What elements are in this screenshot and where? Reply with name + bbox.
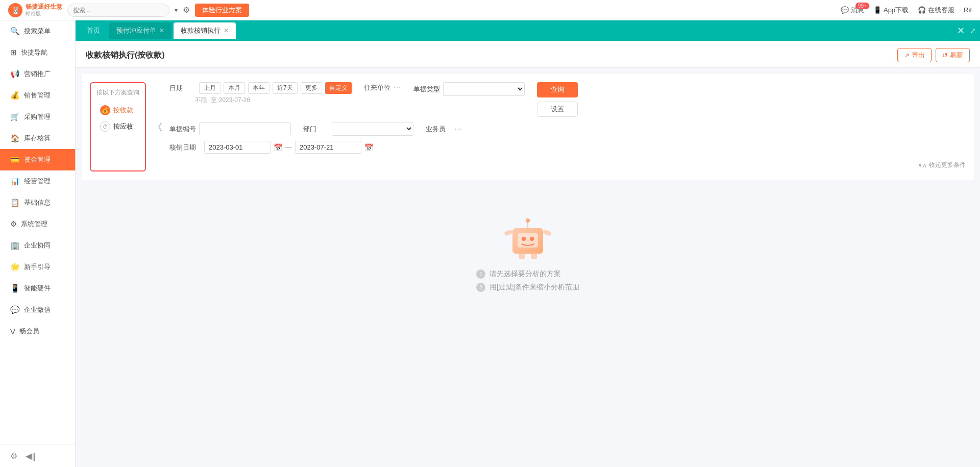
sidebar-label: 搜索菜单 [24,27,51,36]
tab-bar: 首页 预付冲应付单 ✕ 收款核销执行 ✕ ✕ ⤢ [76,20,980,41]
sidebar-item-hardware[interactable]: 📱 智能硬件 [0,278,75,299]
sidebar-settings-icon[interactable]: ⚙ [10,451,17,461]
filter-row-1: 日期 上月 本月 本年 近7天 更多 自定义 [169,82,966,117]
query-button[interactable]: 查询 [537,82,578,97]
refresh-button[interactable]: ↺ 刷新 [936,48,970,62]
sidebar-item-member[interactable]: V 畅会员 [0,321,75,342]
solution-button[interactable]: 体验行业方案 [195,4,249,17]
member-icon: V [10,327,15,336]
sidebar-item-sales[interactable]: 💰 销售管理 [0,85,75,106]
doctype-select[interactable] [443,82,525,96]
sidebar-item-wechat[interactable]: 💬 企业微信 [0,299,75,321]
sidebar-collapse-icon[interactable]: ◀‖ [26,451,36,461]
tab-prepay-close[interactable]: ✕ [159,27,164,34]
verify-date-start-cal[interactable]: 📅 [274,143,282,152]
docno-input[interactable] [199,122,291,135]
filter-row-2: 单据编号 部门 业务员 ··· [169,122,966,136]
filter-option-by-receivable[interactable]: ⏱ 按应收 [95,118,141,135]
page-actions: ↗ 导出 ↺ 刷新 [897,48,970,62]
sidebar-item-marketing[interactable]: 📢 营销推广 [0,63,75,85]
svg-rect-7 [531,252,537,259]
tab-collect[interactable]: 收款核销执行 ✕ [174,22,236,39]
sidebar-item-operation[interactable]: 📊 经营管理 [0,170,75,192]
empty-hint-1: 1 请先选择要分析的方案 [476,269,579,279]
date-btn-last-month[interactable]: 上月 [199,82,220,94]
collapse-bar: ∧∧ 收起更多条件 [169,159,966,171]
filter-main: 日期 上月 本月 本年 近7天 更多 自定义 [169,82,966,171]
dept-select[interactable] [332,122,413,136]
verify-date-end-cal[interactable]: 📅 [364,143,373,152]
sidebar-label: 新手引导 [24,262,51,272]
sidebar-label: 资金管理 [24,155,51,164]
page-header: 收款核销执行(按收款) ↗ 导出 ↺ 刷新 [76,41,980,68]
date-btn-custom[interactable]: 自定义 [325,82,352,94]
date-btn-more[interactable]: 更多 [301,82,322,94]
counterparty-filter: 往来单位 ··· [364,82,401,93]
topbar-right: 💬 消息 99+ 📱 App下载 🎧 在线客服 Rit [841,6,972,15]
counterparty-dots[interactable]: ··· [394,82,401,93]
tab-close-all-icon[interactable]: ✕ [957,25,965,36]
tab-home[interactable]: 首页 [80,22,107,39]
sidebar-label: 企业微信 [24,305,51,314]
inventory-icon: 🏠 [10,134,20,143]
sidebar-item-enterprise[interactable]: 🏢 企业协同 [0,235,75,256]
tab-collect-close[interactable]: ✕ [224,27,229,34]
date-no-limit: 不限 [195,96,207,104]
content-area: 首页 预付冲应付单 ✕ 收款核销执行 ✕ ✕ ⤢ 收款核销执行(按收款) [76,20,980,467]
filter-option-by-receipt[interactable]: 💰 按收款 [95,102,141,118]
sales-icon: 💰 [10,91,20,100]
brand-name: 畅捷通好生意 [26,3,62,10]
sidebar-bottom: ⚙ ◀‖ [0,445,75,467]
sidebar-item-nav[interactable]: ⊞ 快捷导航 [0,42,75,63]
chevron-up-icon: ∧∧ [918,162,927,169]
receipt-option-icon: 💰 [100,105,110,115]
sidebar-item-finance[interactable]: 💳 资金管理 [0,149,75,170]
date-btn-this-year[interactable]: 本年 [248,82,270,94]
user-profile[interactable]: Rit [964,6,972,14]
user-name: Rit [964,6,972,14]
sidebar-item-basic[interactable]: 📋 基础信息 [0,192,75,213]
sidebar-item-system[interactable]: ⚙ 系统管理 [0,213,75,235]
operation-icon: 📊 [10,177,20,186]
settings-button[interactable]: 设置 [537,102,578,117]
dept-label: 部门 [303,125,329,134]
tab-expand-icon[interactable]: ⤢ [970,27,976,35]
verify-date-start[interactable] [204,141,271,154]
date-label: 日期 [169,84,195,93]
online-service-button[interactable]: 🎧 在线客服 [918,6,954,15]
empty-illustration [497,210,558,261]
sidebar-label: 系统管理 [21,219,47,229]
action-btns: 查询 设置 [537,82,578,117]
tab-prepay-label: 预付冲应付单 [116,26,156,35]
svg-point-2 [522,237,526,241]
date-btn-this-month[interactable]: 本月 [224,82,245,94]
sidebar-label: 采购管理 [24,112,51,121]
search-input[interactable] [67,4,169,17]
hardware-icon: 📱 [10,284,20,293]
receivable-option-label: 按应收 [113,122,133,131]
enterprise-icon: 🏢 [10,241,20,250]
date-btn-7days[interactable]: 近7天 [273,82,298,94]
filter-collapse-button[interactable]: 《 [151,82,164,171]
sidebar-item-purchase[interactable]: 🛒 采购管理 [0,106,75,128]
sidebar-label: 库存核算 [24,134,51,143]
export-button[interactable]: ↗ 导出 [897,48,932,62]
sidebar-item-inventory[interactable]: 🏠 库存核算 [0,128,75,149]
dept-filter: 部门 [303,122,413,136]
gear-icon[interactable]: ⚙ [183,5,190,15]
message-button[interactable]: 💬 消息 99+ [841,6,864,15]
filter-sidebar-title: 按以下方案查询 [95,88,141,97]
collapse-more-button[interactable]: ∧∧ 收起更多条件 [918,161,966,169]
verify-date-end[interactable] [295,141,361,154]
search-dropdown[interactable]: ▾ [175,7,178,14]
tab-prepay[interactable]: 预付冲应付单 ✕ [109,22,172,39]
sidebar-item-guide[interactable]: 🌟 新手引导 [0,256,75,278]
staff-filter: 业务员 ··· [426,124,462,134]
sidebar-label: 营销推广 [24,69,51,79]
app-download-button[interactable]: 📱 App下载 [873,6,909,15]
sidebar-item-search[interactable]: 🔍 搜索菜单 [0,20,75,42]
staff-dots[interactable]: ··· [454,124,462,134]
finance-icon: 💳 [10,155,20,164]
doctype-label: 单据类型 [413,85,440,94]
system-icon: ⚙ [10,219,17,229]
